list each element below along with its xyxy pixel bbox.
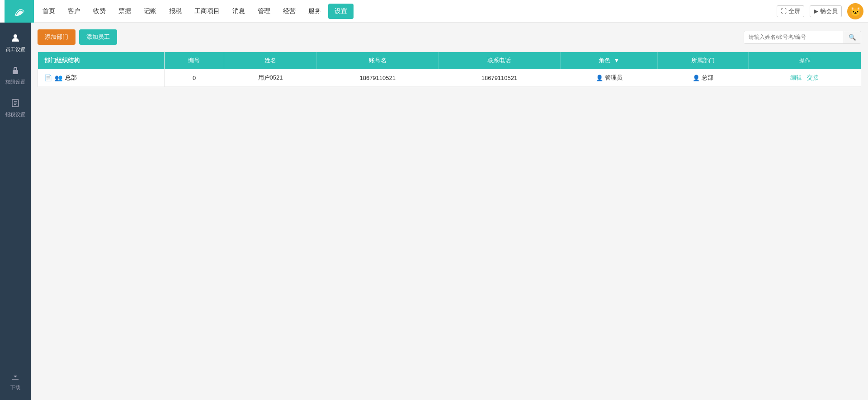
col-header-account: 账号名 [317,52,439,69]
nav-business[interactable]: 工商项目 [188,0,226,23]
person-icon [9,32,22,44]
table-area: 编号 姓名 账号名 联系电话 角色 ▼ 所属部门 操作 [165,52,861,87]
svg-point-0 [14,34,17,38]
cell-id: 0 [165,69,224,87]
add-dept-button[interactable]: 添加部门 [38,29,75,45]
member-button[interactable]: ▶ 畅会员 [810,5,842,17]
sidebar: 员工设置 权限设置 报税设置 [0,23,31,400]
sidebar-permissions-label: 权限设置 [5,79,25,85]
cell-name: 用户0521 [224,69,316,87]
table-row: 0 用户0521 18679110521 18679110521 👤 管理员 👤… [165,69,861,87]
col-header-phone: 联系电话 [439,52,560,69]
col-header-name: 姓名 [224,52,316,69]
fullscreen-button[interactable]: ⛶ 全屏 [777,5,804,17]
top-navigation: 首页 客户 收费 票据 记账 报税 工商项目 消息 管理 经营 服务 设置 ⛶ … [0,0,868,23]
nav-fees[interactable]: 收费 [87,0,112,23]
sidebar-item-staff[interactable]: 员工设置 [0,27,31,57]
transfer-link[interactable]: 交接 [807,74,819,81]
tree-header: 部门组织结构 [38,52,164,69]
lock-icon [9,64,22,77]
tree-item-label: 总部 [65,74,77,82]
nav-accounting[interactable]: 记账 [137,0,163,23]
employee-table: 编号 姓名 账号名 联系电话 角色 ▼ 所属部门 操作 [165,52,861,87]
member-icon: ▶ [814,8,818,14]
nav-manage[interactable]: 管理 [251,0,277,23]
file-icon: 📄 [44,74,52,81]
fullscreen-icon: ⛶ [781,8,787,14]
user-group-icon: 👥 [55,74,62,81]
col-header-dept: 所属部门 [658,52,748,69]
report-icon [9,97,22,109]
tree-item-root[interactable]: 📄 👥 总部 [38,69,164,87]
sidebar-item-permissions[interactable]: 权限设置 [0,60,31,90]
col-header-id: 编号 [165,52,224,69]
role-icon: 👤 [596,75,603,81]
svg-point-2 [15,72,16,73]
cell-role: 👤 管理员 [560,69,658,87]
nav-right-actions: ⛶ 全屏 ▶ 畅会员 🐱 [777,3,863,19]
sidebar-staff-label: 员工设置 [5,46,25,53]
download-icon [9,370,22,382]
search-icon: 🔍 [849,34,856,41]
body-area: 部门组织结构 📄 👥 总部 编号 姓名 账号名 联系电话 [38,52,861,87]
avatar[interactable]: 🐱 [847,3,863,19]
sidebar-download-label: 下载 [10,384,20,391]
main-content: 添加部门 添加员工 🔍 部门组织结构 📄 👥 总部 [31,23,868,400]
col-header-role: 角色 ▼ [560,52,658,69]
nav-service[interactable]: 服务 [302,0,327,23]
fullscreen-label: 全屏 [788,7,800,15]
nav-menu: 首页 客户 收费 票据 记账 报税 工商项目 消息 管理 经营 服务 设置 [34,0,777,23]
dept-label: 总部 [702,74,713,82]
col-header-actions: 操作 [748,52,861,69]
logo [5,0,34,23]
search-button[interactable]: 🔍 [844,31,861,43]
cell-dept: 👤 总部 [658,69,748,87]
nav-tax[interactable]: 报税 [163,0,188,23]
cell-phone: 18679110521 [439,69,560,87]
cell-actions: 编辑 交接 [748,69,861,87]
role-label: 管理员 [605,74,623,82]
cell-account: 18679110521 [317,69,439,87]
nav-home[interactable]: 首页 [36,0,61,23]
filter-icon[interactable]: ▼ [613,57,619,64]
toolbar: 添加部门 添加员工 🔍 [38,29,861,45]
member-label: 畅会员 [820,7,838,15]
nav-bills[interactable]: 票据 [112,0,137,23]
sidebar-item-download[interactable]: 下载 [0,365,31,395]
nav-operation[interactable]: 经营 [277,0,302,23]
add-staff-button[interactable]: 添加员工 [79,29,117,45]
nav-messages[interactable]: 消息 [226,0,251,23]
nav-client[interactable]: 客户 [61,0,87,23]
sidebar-item-tax-settings[interactable]: 报税设置 [0,92,31,122]
search-box: 🔍 [744,31,861,44]
nav-settings[interactable]: 设置 [328,4,354,19]
search-input[interactable] [744,31,844,43]
dept-icon: 👤 [693,75,700,81]
edit-link[interactable]: 编辑 [790,74,802,81]
tree-panel: 部门组织结构 📄 👥 总部 [38,52,165,87]
main-layout: 员工设置 权限设置 报税设置 [0,23,868,400]
sidebar-tax-label: 报税设置 [5,111,25,118]
